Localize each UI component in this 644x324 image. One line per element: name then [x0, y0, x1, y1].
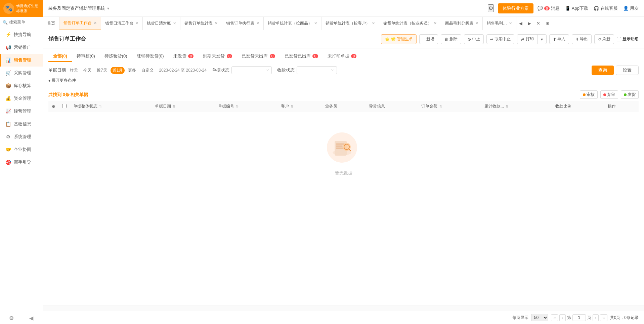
sidebar-item-guide[interactable]: 🎯 新手引导: [0, 156, 43, 169]
sub-tab-not-shipped[interactable]: 未发货 0: [169, 51, 199, 62]
last-page-btn[interactable]: »: [600, 314, 607, 321]
select-all-checkbox[interactable]: [62, 104, 67, 108]
tab-sales-stat-staff[interactable]: 销货单统计表（按业务员） ✕: [379, 17, 441, 30]
title-dropdown-icon[interactable]: ▾: [107, 6, 109, 11]
scrollbar-area[interactable]: [43, 306, 644, 311]
sort-icon[interactable]: ⇅: [173, 105, 175, 108]
prev-page-btn[interactable]: ‹: [559, 314, 565, 321]
sidebar-item-basic[interactable]: 📋 基础信息: [0, 118, 43, 130]
quick-review-btn[interactable]: 审核: [580, 90, 598, 99]
tab-prev-btn[interactable]: ◀: [516, 17, 525, 30]
date-custom[interactable]: 自定义: [139, 67, 156, 74]
sidebar-item-sales[interactable]: 📊 销售管理: [0, 54, 43, 67]
expand-more-btn[interactable]: ▾ 展开更多条件: [48, 78, 639, 83]
print-btn[interactable]: 🖨 打印: [517, 35, 538, 44]
tab-sales-gross[interactable]: 销售毛利… ✕: [483, 17, 516, 30]
sub-tab-all[interactable]: 全部(0): [48, 51, 72, 62]
tab-cash-daily[interactable]: 钱货日清工作台 ✕: [101, 17, 143, 30]
sidebar-item-marketing[interactable]: 📢 营销推广: [0, 41, 43, 54]
sub-tab-not-printed[interactable]: 未打印单据 0: [323, 51, 361, 62]
col-settings[interactable]: ⚙: [48, 101, 59, 112]
service-icon: 🎧: [594, 6, 599, 11]
search-menu[interactable]: 🔍 搜索菜单: [0, 17, 43, 28]
tab-sales-exec[interactable]: 销售订单执行表 ✕: [222, 17, 264, 30]
table-quick-btns: 审核 弃审 发货: [580, 90, 639, 99]
sidebar-item-purchase[interactable]: 🛒 采购管理: [0, 67, 43, 79]
sort-icon[interactable]: ⇅: [439, 105, 442, 108]
cancel-stop-btn[interactable]: ↩ 取消中止: [486, 34, 514, 44]
sub-tab-pending-receive[interactable]: 待拣验货(0): [100, 51, 132, 62]
status-filter-select[interactable]: [231, 66, 272, 74]
tab-close-icon[interactable]: ✕: [434, 21, 437, 26]
tab-close-icon[interactable]: ✕: [475, 21, 478, 26]
per-page-select[interactable]: 50 100 200: [531, 314, 548, 321]
date-today[interactable]: 今天: [81, 67, 93, 74]
tab-close-icon[interactable]: ✕: [509, 21, 512, 26]
date-7days[interactable]: 近7天: [95, 67, 109, 74]
tab-close-icon[interactable]: ✕: [256, 21, 259, 26]
tab-close-icon[interactable]: ✕: [314, 21, 317, 26]
sidebar-settings-btn[interactable]: ⚙: [3, 315, 20, 321]
stop-btn[interactable]: ⊘ 中止: [464, 34, 484, 44]
query-btn[interactable]: 查询: [592, 66, 614, 75]
tab-expand-btn[interactable]: ⊞: [543, 17, 552, 30]
tab-close-icon[interactable]: ✕: [173, 21, 176, 26]
first-page-btn[interactable]: «: [551, 314, 558, 321]
sidebar-item-finance[interactable]: 💰 资金管理: [0, 92, 43, 105]
sidebar-item-operation[interactable]: 📈 经营管理: [0, 105, 43, 118]
payment-filter-select[interactable]: [297, 66, 337, 74]
app-download-btn[interactable]: 📱 App下载: [565, 5, 588, 11]
sort-icon[interactable]: ⇅: [236, 105, 239, 108]
sidebar-item-enterprise[interactable]: 🤝 企业协同: [0, 143, 43, 156]
sort-icon[interactable]: ⇅: [506, 105, 508, 108]
per-page-label: 每页显示: [512, 315, 528, 321]
online-service-btn[interactable]: 🎧 在线客服: [594, 5, 618, 11]
sub-tab-pending-review[interactable]: 待审核(0): [72, 51, 100, 62]
sub-tab-shipped-out[interactable]: 已发货已出库 0: [280, 51, 323, 62]
filter-setting-btn[interactable]: 设置: [616, 66, 639, 75]
sub-tab-shipped-not-out[interactable]: 已发货未出库 0: [237, 51, 280, 62]
sidebar-item-inventory[interactable]: 📦 库存核算: [0, 79, 43, 92]
date-more[interactable]: 更多: [126, 67, 138, 74]
add-btn[interactable]: + 新增: [419, 34, 438, 44]
detail-checkbox[interactable]: [617, 37, 621, 41]
message-btn[interactable]: 💬 6 消息: [538, 5, 560, 11]
sort-icon[interactable]: ⇅: [291, 105, 293, 108]
tab-close-icon[interactable]: ✕: [94, 21, 97, 25]
sub-tab-wangpu[interactable]: 旺铺待发货(0): [132, 51, 169, 62]
tab-sales-stat-product[interactable]: 销货单统计表（按商品） ✕: [264, 17, 321, 30]
tab-next-btn[interactable]: ▶: [525, 17, 534, 30]
tab-close-icon[interactable]: ✕: [135, 21, 138, 26]
tab-close-icon[interactable]: ✕: [372, 21, 375, 26]
next-page-btn[interactable]: ›: [593, 314, 599, 321]
tab-home[interactable]: 首页: [43, 17, 59, 30]
user-menu-btn[interactable]: 👤 用友: [623, 5, 639, 11]
import-btn[interactable]: ⬆ 导入: [549, 34, 569, 44]
tab-close-icon[interactable]: ✕: [215, 21, 218, 26]
quick-ship-btn[interactable]: 发货: [621, 90, 639, 99]
sidebar-item-system[interactable]: ⚙ 系统管理: [0, 130, 43, 143]
tab-sales-workbench[interactable]: 销售订单工作台 ✕: [59, 17, 101, 30]
tab-close-all-btn[interactable]: ✕: [534, 17, 543, 30]
export-btn[interactable]: ⬇ 导出: [572, 34, 592, 44]
system-icon: ⚙: [5, 134, 11, 140]
sidebar-collapse-btn[interactable]: ◀: [23, 315, 40, 321]
date-1month[interactable]: 近1月: [111, 67, 125, 74]
industry-solution-btn[interactable]: 体验行业方案: [498, 3, 533, 13]
delete-btn[interactable]: 🗑 删除: [441, 34, 461, 44]
date-yesterday[interactable]: 昨天: [68, 67, 80, 74]
settings-btn[interactable]: ⚙: [488, 4, 494, 12]
print-dropdown-btn[interactable]: ▾: [538, 35, 546, 43]
tab-sales-stat[interactable]: 销售订单统计表 ✕: [180, 17, 222, 30]
page-number-input[interactable]: [572, 314, 586, 321]
sidebar-item-quick-nav[interactable]: ⚡ 快捷导航: [0, 28, 43, 41]
sub-tab-expired-not-shipped[interactable]: 到期未发货 0: [198, 51, 237, 62]
tab-product-profit[interactable]: 商品毛利分析表 ✕: [441, 17, 483, 30]
tab-cash-reconcile[interactable]: 钱货日清对账 ✕: [143, 17, 180, 30]
sort-icon[interactable]: ⇅: [99, 105, 102, 108]
tab-sales-stat-customer[interactable]: 销货单统计表（按客户） ✕: [321, 17, 379, 30]
refresh-btn[interactable]: ↻ 刷新: [594, 34, 614, 44]
detail-checkbox-label[interactable]: 显示明细: [617, 36, 639, 42]
quick-cancel-review-btn[interactable]: 弃审: [600, 90, 618, 99]
smart-create-btn[interactable]: ⭐ 🌟 智能生单: [381, 34, 417, 44]
